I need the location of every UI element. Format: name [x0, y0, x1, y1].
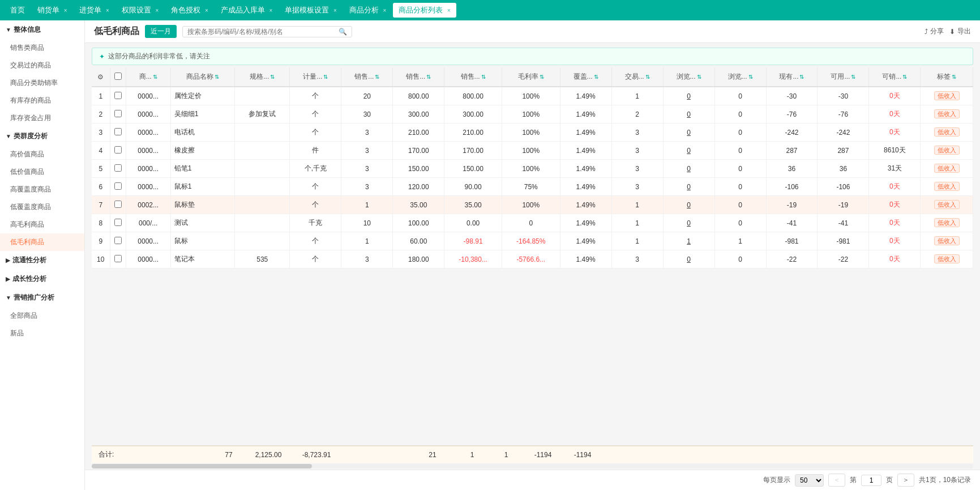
col-sale-profit[interactable]: 销售...⇅ [444, 67, 502, 87]
row-browse2: 0 [714, 87, 766, 105]
sidebar-item-high-value[interactable]: 高价值商品 [0, 146, 84, 163]
row-unit: 个,千克 [290, 160, 341, 178]
col-name[interactable]: 商品名称⇅ [170, 67, 234, 87]
row-checkbox[interactable] [110, 87, 126, 105]
close-analysis-list-icon[interactable]: × [447, 7, 451, 14]
share-button[interactable]: ⤴ 分享 [925, 27, 944, 36]
row-browse1[interactable]: 0 [663, 142, 714, 160]
col-settings[interactable]: ⚙ [92, 67, 110, 87]
select-all-checkbox[interactable] [114, 73, 122, 80]
sidebar-item-capital[interactable]: 库存资金占用 [0, 109, 84, 127]
filter-recent-month[interactable]: 近一月 [145, 25, 177, 38]
sidebar-item-traded-goods[interactable]: 交易过的商品 [0, 57, 84, 74]
row-current: -22 [766, 250, 818, 269]
sidebar-item-all-goods[interactable]: 全部商品 [0, 307, 84, 325]
export-button[interactable]: ⬇ 导出 [949, 27, 971, 36]
row-gross-rate: 1.49% [560, 178, 611, 196]
row-checkbox[interactable] [110, 250, 126, 269]
col-browse2[interactable]: 浏览...⇅ [714, 67, 766, 87]
sidebar-group-flow[interactable]: ▶ 流通性分析 [0, 251, 84, 270]
sidebar-group-growth[interactable]: ▶ 成长性分析 [0, 270, 84, 288]
search-icon[interactable]: 🔍 [339, 28, 347, 36]
nav-role[interactable]: 角色授权 × [165, 3, 213, 18]
col-coverage[interactable]: 覆盖...⇅ [560, 67, 611, 87]
row-browse1[interactable]: 0 [663, 87, 714, 105]
col-gross-rate[interactable]: 毛利率⇅ [502, 67, 560, 87]
nav-permission[interactable]: 权限设置 × [116, 3, 164, 18]
row-checkbox[interactable] [110, 160, 126, 178]
sidebar-item-high-gross[interactable]: 高毛利商品 [0, 216, 84, 233]
row-checkbox[interactable] [110, 123, 126, 142]
close-permission-icon[interactable]: × [156, 7, 159, 14]
nav-home[interactable]: 首页 [5, 3, 31, 18]
row-browse1[interactable]: 0 [663, 214, 714, 232]
sidebar-group-overall[interactable]: ▼ 整体信息 [0, 20, 84, 39]
sidebar-item-new-goods[interactable]: 新品 [0, 325, 84, 342]
search-input[interactable] [187, 28, 339, 36]
row-browse1[interactable]: 0 [663, 105, 714, 123]
row-checkbox[interactable] [110, 142, 126, 160]
page-size-select[interactable]: 50 100 200 [795, 474, 824, 487]
table-container[interactable]: ⚙ 商...⇅ 商品名称⇅ 规格...⇅ 计量...⇅ 销售...⇅ 销售...… [92, 67, 973, 445]
sidebar-item-category-rate[interactable]: 商品分类助销率 [0, 74, 84, 92]
row-browse1[interactable]: 0 [663, 178, 714, 196]
col-sale-amount[interactable]: 销售...⇅ [393, 67, 444, 87]
sidebar-item-low-gross[interactable]: 低毛利商品 [0, 233, 84, 251]
next-page-btn[interactable]: ＞ [897, 474, 914, 487]
nav-analysis[interactable]: 商品分析 × [344, 3, 392, 18]
nav-template[interactable]: 单据模板设置 × [279, 3, 342, 18]
col-sale-qty[interactable]: 销售...⇅ [341, 67, 393, 87]
nav-analysis-list[interactable]: 商品分析列表 × [393, 3, 456, 18]
col-spec[interactable]: 规格...⇅ [235, 67, 290, 87]
col-checkbox[interactable] [110, 67, 126, 87]
row-sale-profit: 0.00 [444, 214, 502, 232]
row-checkbox[interactable] [110, 105, 126, 123]
table-row: 7 0002... 鼠标垫 个 1 35.00 35.00 100% 1.49%… [92, 196, 973, 214]
row-current: -242 [766, 123, 818, 142]
col-browse1[interactable]: 浏览...⇅ [663, 67, 714, 87]
col-available[interactable]: 可用...⇅ [818, 67, 869, 87]
row-sale-amount: 300.00 [393, 105, 444, 123]
row-current: -76 [766, 105, 818, 123]
sidebar-item-sales-goods[interactable]: 销售类商品 [0, 39, 84, 57]
close-analysis-icon[interactable]: × [383, 7, 386, 14]
row-checkbox[interactable] [110, 214, 126, 232]
row-browse1[interactable]: 0 [663, 123, 714, 142]
sidebar-item-low-value[interactable]: 低价值商品 [0, 163, 84, 181]
nav-sales[interactable]: 销货单 × [32, 3, 72, 18]
close-product-in-icon[interactable]: × [269, 7, 273, 14]
row-browse1[interactable]: 0 [663, 250, 714, 269]
row-checkbox[interactable] [110, 196, 126, 214]
col-current[interactable]: 现有...⇅ [766, 67, 818, 87]
col-tag[interactable]: 标签⇅ [921, 67, 973, 87]
page-input[interactable] [861, 475, 881, 486]
nav-purchase[interactable]: 进货单 × [74, 3, 114, 18]
sidebar-item-low-coverage[interactable]: 低覆盖度商品 [0, 198, 84, 216]
close-sales-icon[interactable]: × [64, 7, 67, 14]
close-role-icon[interactable]: × [205, 7, 208, 14]
col-trade[interactable]: 交易...⇅ [611, 67, 663, 87]
row-tag: 低收入 [921, 178, 973, 196]
sidebar-group-marketing[interactable]: ▼ 营销推广分析 [0, 288, 84, 307]
row-browse1[interactable]: 1 [663, 232, 714, 250]
scrollbar-thumb[interactable] [92, 464, 312, 468]
row-checkbox[interactable] [110, 232, 126, 250]
prev-page-btn[interactable]: ＜ [828, 474, 845, 487]
row-checkbox[interactable] [110, 178, 126, 196]
search-box: 🔍 [182, 26, 352, 37]
horizontal-scrollbar[interactable] [92, 464, 973, 468]
row-saleable: 0天 [869, 214, 921, 232]
row-browse1[interactable]: 0 [663, 160, 714, 178]
settings-icon[interactable]: ⚙ [97, 73, 104, 81]
sidebar-item-in-stock[interactable]: 有库存的商品 [0, 92, 84, 109]
close-purchase-icon[interactable]: × [106, 7, 109, 14]
row-browse1[interactable]: 0 [663, 196, 714, 214]
col-saleable[interactable]: 可销...⇅ [869, 67, 921, 87]
sidebar-group-cluster[interactable]: ▼ 类群度分析 [0, 127, 84, 146]
sidebar-item-high-coverage[interactable]: 高覆盖度商品 [0, 181, 84, 198]
nav-product-in[interactable]: 产成品入库单 × [215, 3, 278, 18]
col-unit[interactable]: 计量...⇅ [290, 67, 341, 87]
close-template-icon[interactable]: × [333, 7, 337, 14]
col-code[interactable]: 商...⇅ [126, 67, 170, 87]
row-spec [235, 142, 290, 160]
